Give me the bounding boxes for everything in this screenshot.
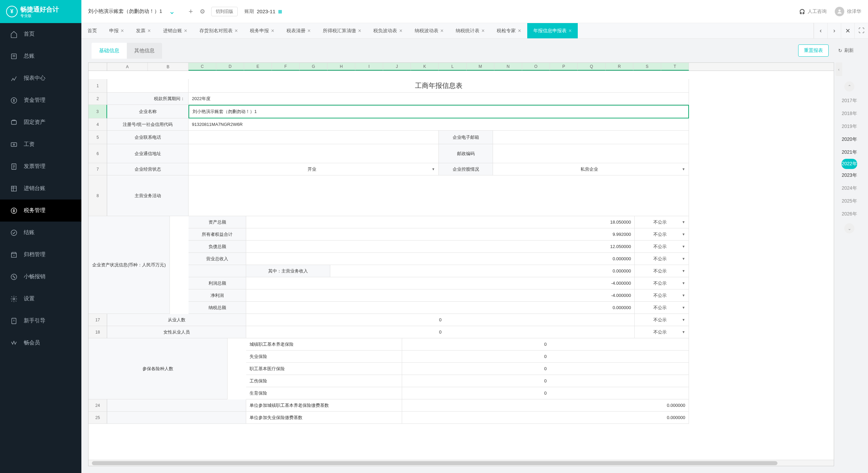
sidebar-item-salary[interactable]: 工资 xyxy=(0,133,81,155)
user-menu[interactable]: 徐泽华 xyxy=(835,7,861,16)
account-name[interactable]: 刘小艳演示账套（勿删勿动！）1 xyxy=(88,8,162,15)
phone-cell[interactable] xyxy=(189,131,439,144)
ins-value[interactable]: 0 xyxy=(402,387,689,399)
disclose-select[interactable]: 不公示▼ xyxy=(635,253,689,265)
row-header[interactable]: 5 xyxy=(88,131,107,144)
disclose-select[interactable]: 不公示▼ xyxy=(635,265,689,277)
close-icon[interactable]: × xyxy=(308,28,311,34)
biz-cell[interactable] xyxy=(189,175,689,216)
col-header[interactable]: I xyxy=(355,63,383,71)
disclose-select[interactable]: 不公示▼ xyxy=(635,314,689,326)
close-icon[interactable]: × xyxy=(399,28,402,34)
sub-tab-basic[interactable]: 基础信息 xyxy=(92,43,127,59)
year-option[interactable]: 2020年 xyxy=(842,133,857,146)
year-option[interactable]: 2021年 xyxy=(842,146,857,159)
fullscreen-icon[interactable]: ⛶ xyxy=(854,23,868,38)
disclose-select[interactable]: 不公示▼ xyxy=(635,302,689,314)
row-header[interactable]: 3 xyxy=(88,105,107,118)
zip-cell[interactable] xyxy=(493,144,689,163)
sidebar-item-close[interactable]: 结账 xyxy=(0,222,81,244)
ins-value[interactable]: 0 xyxy=(402,363,689,375)
value-cell[interactable]: 0.000000 xyxy=(246,302,635,314)
chevron-down-icon[interactable]: ⌄ xyxy=(169,7,175,16)
sidebar-item-asset[interactable]: 固定资产 xyxy=(0,111,81,133)
holding-select[interactable]: 私营企业▼ xyxy=(493,163,689,175)
sheet-body[interactable]: 1工商年报信息表2税款所属期间：2022年度3企业名称刘小艳演示账套（勿删勿动！… xyxy=(88,79,834,424)
row-header[interactable]: 8 xyxy=(88,175,107,216)
value-cell[interactable]: 12.050000 xyxy=(246,241,635,253)
row-header[interactable]: 1 xyxy=(88,79,107,93)
sidebar-item-archive[interactable]: 归档管理 xyxy=(0,244,81,266)
tab-1[interactable]: 申报× xyxy=(103,23,130,38)
year-option[interactable]: 2019年 xyxy=(842,120,857,133)
col-header[interactable]: F xyxy=(272,63,300,71)
col-header[interactable]: D xyxy=(216,63,244,71)
value-cell[interactable]: 18.050000 xyxy=(246,216,635,228)
tab-8[interactable]: 税负波动表× xyxy=(367,23,408,38)
tab-3[interactable]: 进销台账× xyxy=(157,23,193,38)
close-icon[interactable]: × xyxy=(271,28,274,34)
gear-icon[interactable]: ⚙ xyxy=(200,8,205,15)
row-header[interactable]: 4 xyxy=(88,118,107,131)
row-header[interactable]: 17 xyxy=(88,314,107,326)
period-value[interactable]: 2023-11 xyxy=(257,8,275,14)
col-header[interactable]: M xyxy=(467,63,494,71)
close-icon[interactable]: × xyxy=(235,28,238,34)
consult-link[interactable]: 🎧 人工咨询 xyxy=(799,8,827,15)
year-option[interactable]: 2023年 xyxy=(842,169,857,182)
tab-close-all-icon[interactable]: ✕ xyxy=(841,23,854,38)
tab-10[interactable]: 纳税统计表× xyxy=(450,23,491,38)
year-option[interactable]: 2018年 xyxy=(842,107,857,120)
base-value[interactable]: 0.000000 xyxy=(402,399,689,412)
sidebar-item-fund[interactable]: 资金管理 xyxy=(0,89,81,111)
refresh-button[interactable]: ↻ 刷新 xyxy=(834,44,858,57)
col-header[interactable]: K xyxy=(411,63,439,71)
year-up-icon[interactable]: ⌃ xyxy=(844,81,854,92)
row-header[interactable]: 2 xyxy=(88,93,107,105)
sidebar-item-setting[interactable]: 设置 xyxy=(0,288,81,310)
disclose-select[interactable]: 不公示▼ xyxy=(635,241,689,253)
row-header[interactable]: 7 xyxy=(88,163,107,175)
ins-value[interactable]: 0 xyxy=(402,338,689,351)
value-cell[interactable]: 0.000000 xyxy=(330,265,635,277)
col-header[interactable]: G xyxy=(300,63,328,71)
ins-value[interactable]: 0 xyxy=(402,375,689,387)
tab-4[interactable]: 存货别名对照表× xyxy=(193,23,244,38)
disclose-select[interactable]: 不公示▼ xyxy=(635,277,689,289)
col-header[interactable]: P xyxy=(550,63,578,71)
emp-cell[interactable]: 0 xyxy=(246,314,635,326)
col-header[interactable]: J xyxy=(383,63,411,71)
add-icon[interactable]: + xyxy=(189,7,193,16)
collapse-icon[interactable]: ‹ xyxy=(835,62,842,76)
reset-button[interactable]: 重置报表 xyxy=(798,44,829,57)
col-header[interactable]: Q xyxy=(578,63,606,71)
col-header[interactable]: C xyxy=(189,63,216,71)
sidebar-item-guide[interactable]: 新手引导 xyxy=(0,310,81,332)
tab-11[interactable]: 税检专家× xyxy=(491,23,527,38)
female-cell[interactable]: 0 xyxy=(246,326,635,338)
tab-prev-icon[interactable]: ‹ xyxy=(814,23,827,38)
close-icon[interactable]: × xyxy=(358,28,361,34)
col-header[interactable]: S xyxy=(633,63,661,71)
col-header[interactable]: L xyxy=(439,63,467,71)
value-cell[interactable]: -4.000000 xyxy=(246,277,635,289)
year-option[interactable]: 2026年 xyxy=(842,208,857,221)
sidebar-item-report[interactable]: 报表中心 xyxy=(0,67,81,89)
sidebar-item-expense[interactable]: 小畅报销 xyxy=(0,266,81,288)
sidebar-item-ledger[interactable]: 总账 xyxy=(0,45,81,67)
email-cell[interactable] xyxy=(493,131,689,144)
value-cell[interactable]: -4.000000 xyxy=(246,289,635,302)
value-cell[interactable]: 9.992000 xyxy=(246,228,635,241)
sidebar-item-psi[interactable]: 进销台账 xyxy=(0,177,81,200)
tab-9[interactable]: 纳税波动表× xyxy=(409,23,450,38)
col-header[interactable]: H xyxy=(328,63,355,71)
sidebar-item-tax[interactable]: 税务管理 xyxy=(0,200,81,222)
sidebar-item-home[interactable]: 首页 xyxy=(0,23,81,45)
close-icon[interactable]: × xyxy=(121,28,124,34)
year-option[interactable]: 2024年 xyxy=(842,182,857,195)
close-icon[interactable]: × xyxy=(184,28,187,34)
col-header[interactable]: O xyxy=(522,63,550,71)
close-icon[interactable]: × xyxy=(569,28,572,34)
year-down-icon[interactable]: ⌄ xyxy=(844,223,854,233)
disclose-select[interactable]: 不公示▼ xyxy=(635,326,689,338)
